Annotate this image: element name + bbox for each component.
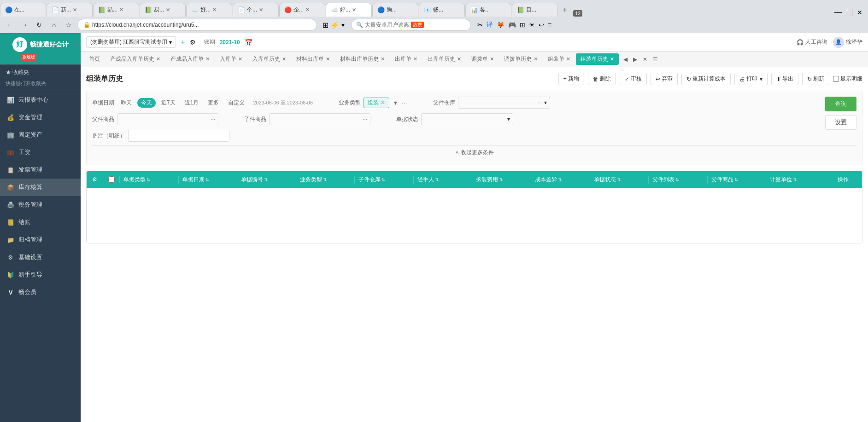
query-button[interactable]: 查询 — [825, 97, 856, 111]
date-today[interactable]: 今天 — [137, 98, 156, 108]
sidebar-item-guide[interactable]: 🔰 新手引导 — [0, 266, 81, 283]
parent-warehouse-dots[interactable]: ··· — [538, 99, 542, 106]
refresh-button[interactable]: ↻ 刷新 — [802, 73, 829, 85]
th-business-type[interactable]: 业务类型 ⇅ — [296, 176, 355, 184]
remark-input[interactable] — [128, 130, 229, 142]
minimize-button[interactable]: — — [834, 8, 842, 17]
close-tab-product-inbound[interactable]: ✕ — [205, 56, 210, 62]
tab-close-3[interactable]: ✕ — [119, 7, 123, 13]
sidebar-item-closing[interactable]: 📒 结账 — [0, 214, 81, 231]
sidebar-item-fixed-assets[interactable]: 🏢 固定资产 — [0, 126, 81, 144]
export-button[interactable]: ⬆ 导出 — [771, 73, 798, 85]
app-tab-material-outbound[interactable]: 材料出库单 ✕ — [292, 53, 334, 65]
browser-tab-3[interactable]: 📗 易... ✕ — [93, 3, 139, 17]
tab-close-4[interactable]: ✕ — [166, 7, 170, 13]
th-settings[interactable]: ⚙ — [87, 176, 103, 183]
close-tab-transfer[interactable]: ✕ — [490, 56, 494, 62]
th-cost-diff[interactable]: 成本差异 ⇅ — [531, 176, 590, 184]
th-handler[interactable]: 经手人 ⇅ — [414, 176, 473, 184]
close-tab-inbound-history[interactable]: ✕ — [282, 56, 286, 62]
back-button[interactable]: ← — [4, 19, 16, 31]
review-button[interactable]: ✓ 审核 — [620, 73, 647, 85]
close-tab-outbound[interactable]: ✕ — [413, 56, 417, 62]
app-tab-transfer[interactable]: 调拨单 ✕ — [467, 53, 499, 65]
app-tab-assembly-history[interactable]: 组装单历史 ✕ — [576, 53, 619, 65]
maximize-button[interactable]: ⬜ — [845, 9, 853, 16]
child-goods-dropdown[interactable]: ··· — [269, 113, 370, 125]
bill-status-dropdown[interactable]: ▾ — [421, 113, 513, 125]
th-bill-no[interactable]: 单据编号 ⇅ — [237, 176, 296, 184]
sidebar-item-inventory[interactable]: 📦 库存核算 — [0, 179, 81, 196]
parent-goods-dropdown[interactable]: ··· — [117, 113, 218, 125]
th-checkbox[interactable] — [103, 176, 120, 183]
add-company-button[interactable]: + — [181, 38, 185, 46]
close-tab-product-inbound-history[interactable]: ✕ — [156, 56, 160, 62]
tab-close-5[interactable]: ✕ — [212, 7, 217, 13]
app-tab-outbound-history[interactable]: 出库单历史 ✕ — [423, 53, 466, 65]
delete-button[interactable]: 🗑 删除 — [588, 73, 616, 85]
home-button[interactable]: ⌂ — [48, 19, 60, 31]
select-all-checkbox[interactable] — [108, 176, 115, 183]
recalculate-button[interactable]: ↻ 重新计算成本 — [681, 73, 731, 85]
menu-icon[interactable]: ≡ — [548, 21, 551, 29]
setup-button[interactable]: 设置 — [825, 115, 856, 130]
add-button[interactable]: + 新增 — [558, 73, 584, 85]
bill-status-dropdown-icon[interactable]: ▾ — [507, 116, 510, 122]
brightness-icon[interactable]: ☀ — [529, 21, 535, 29]
tab-scroll-right[interactable]: ▶ — [631, 55, 639, 64]
browser-tab-1[interactable]: 🔵 在... — [0, 3, 46, 17]
th-child-warehouse[interactable]: 子件仓库 ⇅ — [355, 176, 414, 184]
th-bill-date[interactable]: 单据日期 ⇅ — [179, 176, 238, 184]
parent-goods-dots[interactable]: ··· — [211, 116, 215, 122]
display-detail-input[interactable] — [833, 76, 839, 82]
sidebar-item-member[interactable]: V 畅会员 — [0, 283, 81, 301]
browser-tab-6[interactable]: 📄 个... ✕ — [233, 3, 279, 17]
print-button[interactable]: 🖨 打印 ▾ — [734, 73, 768, 85]
browser-tab-8[interactable]: ☁️ 好... ✕ — [326, 3, 372, 17]
parent-warehouse-dropdown-icon[interactable]: ▾ — [544, 99, 547, 106]
tab-close-8[interactable]: ✕ — [352, 7, 356, 13]
date-7days[interactable]: 近7天 — [158, 98, 179, 108]
abandon-button[interactable]: ↩ 弃审 — [651, 73, 678, 85]
user-avatar[interactable]: 👤 徐泽华 — [833, 37, 862, 48]
browser-tab-12[interactable]: 📗 目... — [512, 3, 558, 17]
business-type-more[interactable]: ··· — [402, 99, 407, 106]
sidebar-item-capital[interactable]: 💰 资金管理 — [0, 109, 81, 126]
th-parent-goods[interactable]: 父件商品 ⇅ — [708, 176, 767, 184]
close-tab-assembly-history[interactable]: ✕ — [610, 56, 614, 62]
browser-tab-9[interactable]: 🔵 腾... — [372, 3, 418, 17]
browser-tab-10[interactable]: 📧 畅... — [419, 3, 465, 17]
app-tab-inbound-history[interactable]: 入库单历史 ✕ — [248, 53, 291, 65]
tab-more-options[interactable]: ☰ — [651, 55, 660, 64]
app-tab-product-inbound[interactable]: 产成品入库单 ✕ — [166, 53, 214, 65]
business-type-dropdown[interactable]: ▾ — [394, 99, 397, 106]
app-tab-outbound[interactable]: 出库单 ✕ — [390, 53, 422, 65]
close-tab-inbound[interactable]: ✕ — [238, 56, 242, 62]
close-tab-transfer-history[interactable]: ✕ — [534, 56, 538, 62]
th-parent-list[interactable]: 父件列表 ⇅ — [649, 176, 708, 184]
date-more[interactable]: 更多 — [204, 98, 223, 108]
close-button[interactable]: ✕ — [857, 9, 862, 16]
th-unit[interactable]: 计量单位 ⇅ — [766, 176, 825, 184]
help-button[interactable]: 🎧 人工咨询 — [797, 38, 827, 46]
sidebar-item-archive[interactable]: 📁 归档管理 — [0, 231, 81, 249]
game-icon[interactable]: 🎮 — [508, 21, 516, 29]
company-settings-icon[interactable]: ⚙ — [190, 39, 196, 46]
app-tab-material-outbound-history[interactable]: 材料出库单历史 ✕ — [335, 53, 389, 65]
close-tab-material-outbound[interactable]: ✕ — [326, 56, 330, 62]
search-bar[interactable]: 🔍 大量安卓用户逃离 热搜 — [351, 19, 471, 31]
dropdown-icon[interactable]: ▾ — [341, 21, 345, 29]
lightning-icon[interactable]: ⚡ — [330, 21, 340, 29]
close-tab-material-outbound-history[interactable]: ✕ — [381, 56, 385, 62]
browser-tab-5[interactable]: ☁️ 好... ✕ — [186, 3, 232, 17]
tab-scroll-left[interactable]: ◀ — [622, 55, 629, 64]
app-tab-home[interactable]: 首页 — [84, 53, 105, 65]
browser-tab-11[interactable]: 📊 各... — [465, 3, 511, 17]
bookmark-button[interactable]: ☆ — [63, 19, 75, 31]
sidebar-item-settings[interactable]: ⚙ 基础设置 — [0, 249, 81, 266]
app-tab-product-inbound-history[interactable]: 产成品入库单历史 ✕ — [106, 53, 165, 65]
th-bill-status[interactable]: 单据状态 ⇅ — [590, 176, 649, 184]
display-detail-checkbox[interactable]: 显示明细 — [833, 75, 862, 83]
calendar-icon[interactable]: 📅 — [245, 39, 252, 46]
tab-close-6[interactable]: ✕ — [259, 7, 263, 13]
